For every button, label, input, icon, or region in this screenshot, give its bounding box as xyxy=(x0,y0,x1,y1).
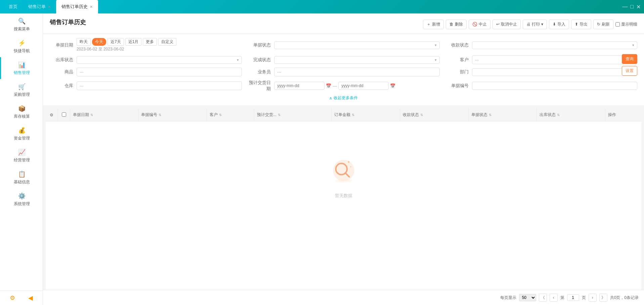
doc-number-label: 单据编号 xyxy=(445,83,472,89)
page-size-label: 每页显示 xyxy=(500,295,516,301)
top-right-icons: — □ ✕ xyxy=(622,4,641,10)
sidebar-item-search[interactable]: 🔍 搜索菜单 xyxy=(0,13,43,35)
page-size-select[interactable]: 50 10 20 100 xyxy=(519,294,536,301)
sidebar-item-system[interactable]: ⚙️ 系统管理 xyxy=(0,188,43,210)
date-btn-custom[interactable]: 自定义 xyxy=(158,38,176,46)
export-button[interactable]: ⬆ 导出 xyxy=(571,20,591,29)
filter-salesperson: 业务员 ··· xyxy=(247,68,439,76)
total-text: 共0页，0条记录 xyxy=(610,295,639,301)
date-btn-more[interactable]: 更多 xyxy=(143,38,157,46)
sort-docno-icon[interactable]: ⇅ xyxy=(159,113,161,117)
table-settings-icon[interactable]: ⚙ xyxy=(50,113,53,117)
print-button[interactable]: 🖨 打印 ▾ xyxy=(523,20,547,29)
sidebar-item-quick-nav[interactable]: ⚡ 快捷导航 xyxy=(0,35,43,57)
filter-customer: 客户 ··· xyxy=(445,55,637,64)
tab-sales-order[interactable]: 销售订单 ✕ xyxy=(23,0,56,13)
sidebar-settings-icon[interactable]: ⚙ xyxy=(10,294,15,302)
completion-status-chevron-icon: ▾ xyxy=(435,58,437,62)
th-doc-status: 单据状态 ⇅ xyxy=(468,109,537,121)
doc-status-select[interactable]: ▾ xyxy=(274,41,439,49)
date-btn-today[interactable]: 今天 xyxy=(92,38,106,46)
inventory-icon: 📦 xyxy=(18,105,26,112)
date-btn-7days[interactable]: 近7天 xyxy=(108,38,124,46)
next-page-button[interactable]: › xyxy=(589,294,597,302)
date-range-text: 2023-06-02 至 2023-06-02 xyxy=(77,46,176,52)
empty-text: 暂无数据 xyxy=(335,193,352,199)
add-icon: ＋ xyxy=(427,22,431,27)
select-all-checkbox[interactable] xyxy=(62,112,66,117)
purchase-icon: 🛒 xyxy=(18,83,26,90)
cancel-stop-button[interactable]: ↩ 取消中止 xyxy=(492,20,521,29)
minimize-icon[interactable]: — xyxy=(622,4,628,10)
close-tab-sales-order-history[interactable]: ✕ xyxy=(90,5,93,9)
filter-row-4: 仓库 ··· 预计交货日期 📅 — 📅 xyxy=(50,80,637,92)
product-label: 商品 xyxy=(50,69,77,75)
warehouse-selector[interactable]: ··· xyxy=(77,81,242,90)
settings-button[interactable]: 设置 xyxy=(622,66,637,76)
product-selector[interactable]: ··· xyxy=(77,68,242,76)
show-detail-checkbox[interactable] xyxy=(615,22,620,27)
close-tab-sales-order[interactable]: ✕ xyxy=(48,5,51,9)
page-number-input[interactable] xyxy=(567,294,579,301)
calendar-start-icon[interactable]: 📅 xyxy=(326,83,331,88)
print-icon: 🖨 xyxy=(526,22,530,27)
sidebar-collapse-icon[interactable]: ◀ xyxy=(28,294,33,302)
delete-icon: 🗑 xyxy=(449,22,454,27)
department-select[interactable]: ▾ xyxy=(472,68,637,76)
stop-icon: 🚫 xyxy=(472,22,477,27)
calendar-end-icon[interactable]: 📅 xyxy=(390,83,395,88)
collapse-bar[interactable]: ∧ 收起更多条件 xyxy=(50,94,637,102)
sidebar-item-sales[interactable]: 📊 销售管理 xyxy=(0,57,43,79)
delivery-date-end[interactable] xyxy=(338,82,389,90)
filter-department: 部门 ▾ xyxy=(445,68,637,76)
sidebar-item-purchase[interactable]: 🛒 采购管理 xyxy=(0,79,43,101)
page-label: 第 xyxy=(560,295,564,301)
outbound-status-label: 出库状态 xyxy=(50,57,77,63)
sort-date-icon[interactable]: ⇅ xyxy=(90,113,93,117)
filter-row-2: 出库状态 ▾ 完成状态 ▾ 客户 xyxy=(50,55,637,64)
date-btn-yesterday[interactable]: 昨天 xyxy=(77,38,91,46)
new-button[interactable]: ＋ 新增 xyxy=(423,20,444,29)
import-button[interactable]: ⬇ 导入 xyxy=(549,20,569,29)
delivery-date-start[interactable] xyxy=(274,82,325,90)
import-icon: ⬇ xyxy=(553,22,556,27)
doc-number-input[interactable] xyxy=(472,82,637,90)
delete-button[interactable]: 🗑 删除 xyxy=(446,20,467,29)
customer-selector[interactable]: ··· xyxy=(472,55,637,64)
search-menu-icon: 🔍 xyxy=(18,17,26,25)
sort-docstatus-icon[interactable]: ⇅ xyxy=(489,113,491,117)
stop-button[interactable]: 🚫 中止 xyxy=(469,20,490,29)
department-label: 部门 xyxy=(445,69,472,75)
filter-area: 单据日期 昨天 今天 近7天 近1月 更多 自定义 2023-06-02 至 2… xyxy=(43,34,644,106)
date-range-dash: — xyxy=(333,83,337,88)
print-chevron-icon: ▾ xyxy=(541,22,543,27)
sidebar-item-operations[interactable]: 📈 经营管理 xyxy=(0,145,43,166)
maximize-icon[interactable]: □ xyxy=(630,4,634,10)
close-window-icon[interactable]: ✕ xyxy=(636,4,641,10)
tab-sales-order-history[interactable]: 销售订单历史 ✕ xyxy=(56,0,98,13)
refresh-button[interactable]: ↻ 刷新 xyxy=(593,20,613,29)
completion-status-select[interactable]: ▾ xyxy=(274,56,439,64)
empty-state-cell: ✦ ✦ 暂无数据 xyxy=(46,121,641,233)
basic-info-icon: 📋 xyxy=(18,170,26,178)
prev-page-button[interactable]: ‹ xyxy=(550,294,558,302)
sidebar-item-finance[interactable]: 💰 资金管理 xyxy=(0,123,43,145)
sort-amount-icon[interactable]: ⇅ xyxy=(352,113,354,117)
show-detail-checkbox-label[interactable]: 显示明细 xyxy=(615,22,637,27)
date-btn-1month[interactable]: 近1月 xyxy=(125,38,142,46)
sidebar-item-basic-info[interactable]: 📋 基础信息 xyxy=(0,166,43,188)
quick-nav-icon: ⚡ xyxy=(18,39,26,47)
sort-receipt-icon[interactable]: ⇅ xyxy=(420,113,423,117)
outbound-status-select[interactable]: ▾ xyxy=(77,56,242,64)
last-page-button[interactable]: 》 xyxy=(599,294,607,302)
filter-date: 单据日期 昨天 今天 近7天 近1月 更多 自定义 2023-06-02 至 2… xyxy=(50,38,242,52)
sort-delivery-icon[interactable]: ⇅ xyxy=(278,113,281,117)
query-button[interactable]: 查询 xyxy=(622,54,637,64)
first-page-button[interactable]: 《 xyxy=(539,294,547,302)
sort-outbound-icon[interactable]: ⇅ xyxy=(557,113,560,117)
tab-home[interactable]: 首页 xyxy=(3,0,23,13)
salesperson-selector[interactable]: ··· xyxy=(274,68,439,76)
sidebar-item-inventory[interactable]: 📦 库存核算 xyxy=(0,101,43,123)
sort-customer-icon[interactable]: ⇅ xyxy=(219,113,222,117)
receipt-status-select[interactable]: ▾ xyxy=(472,41,637,49)
